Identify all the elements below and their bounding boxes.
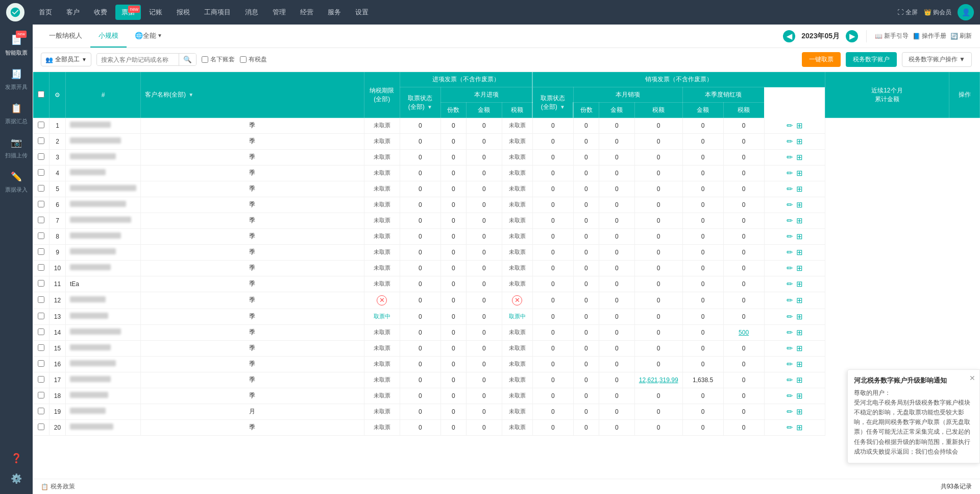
row-checkbox[interactable] — [33, 165, 50, 181]
row-select-checkbox[interactable] — [38, 424, 44, 430]
copy-icon[interactable]: ⊞ — [796, 344, 803, 353]
edit-icon[interactable]: ✏ — [787, 423, 793, 432]
sidebar-item-entry[interactable]: ✏️ 票据录入 — [3, 166, 30, 198]
select-all-checkbox[interactable] — [38, 91, 44, 98]
copy-icon[interactable]: ⊞ — [796, 200, 803, 209]
copy-icon[interactable]: ⊞ — [796, 264, 803, 273]
row-checkbox[interactable] — [33, 133, 50, 149]
copy-icon[interactable]: ⊞ — [796, 296, 803, 305]
edit-icon[interactable]: ✏ — [787, 279, 793, 289]
row-checkbox[interactable] — [33, 149, 50, 165]
manual-link[interactable]: 📘 操作手册 — [913, 32, 946, 40]
status-error-icon[interactable]: ✕ — [377, 295, 387, 305]
sidebar-help-btn[interactable]: ❓ — [7, 449, 26, 467]
sidebar-item-invoice-issue[interactable]: 🧾 发票开具 — [3, 63, 30, 95]
copy-icon[interactable]: ⊞ — [796, 375, 803, 385]
copy-icon[interactable]: ⊞ — [796, 279, 803, 289]
copy-icon[interactable]: ⊞ — [796, 184, 803, 194]
copy-icon[interactable]: ⊞ — [796, 169, 803, 178]
row-select-checkbox[interactable] — [38, 296, 44, 303]
edit-icon[interactable]: ✏ — [787, 344, 793, 353]
row-checkbox[interactable] — [33, 228, 50, 244]
edit-icon[interactable]: ✏ — [787, 232, 793, 241]
copy-icon[interactable]: ⊞ — [796, 248, 803, 257]
row-select-checkbox[interactable] — [38, 360, 44, 367]
sidebar-item-summary[interactable]: 📋 票据汇总 — [3, 97, 30, 129]
app-logo[interactable] — [6, 3, 24, 21]
one-click-fetch-btn[interactable]: 一键取票 — [802, 52, 841, 67]
employee-filter[interactable]: 👥 全部员工 ▼ — [41, 53, 91, 66]
row-checkbox[interactable] — [33, 356, 50, 372]
fullscreen-btn[interactable]: ⛶ 全屏 — [897, 8, 917, 17]
row-checkbox[interactable] — [33, 197, 50, 213]
row-checkbox[interactable] — [33, 118, 50, 134]
nav-business[interactable]: 工商项目 — [198, 5, 237, 20]
edit-icon[interactable]: ✏ — [787, 375, 793, 385]
edit-icon[interactable]: ✏ — [787, 328, 793, 337]
edit-icon[interactable]: ✏ — [787, 216, 793, 225]
nav-message[interactable]: 消息 — [239, 5, 264, 20]
row-checkbox[interactable] — [33, 372, 50, 388]
edit-icon[interactable]: ✏ — [787, 121, 793, 130]
row-select-checkbox[interactable] — [38, 169, 44, 176]
nav-customer[interactable]: 客户 — [60, 5, 86, 20]
policy-link[interactable]: 税务政策 — [51, 482, 75, 491]
taxpad-checkbox[interactable] — [240, 56, 247, 63]
nav-service[interactable]: 服务 — [322, 5, 347, 20]
copy-icon[interactable]: ⊞ — [796, 121, 803, 130]
row-select-checkbox[interactable] — [38, 153, 44, 160]
next-month-btn[interactable]: ▶ — [846, 30, 858, 42]
edit-icon[interactable]: ✏ — [787, 391, 793, 401]
row-select-checkbox[interactable] — [38, 185, 44, 192]
row-checkbox[interactable] — [33, 324, 50, 340]
edit-icon[interactable]: ✏ — [787, 184, 793, 194]
accounts-checkbox[interactable] — [202, 56, 208, 63]
row-select-checkbox[interactable] — [38, 137, 44, 144]
edit-icon[interactable]: ✏ — [787, 360, 793, 369]
row-checkbox[interactable] — [33, 309, 50, 324]
user-avatar[interactable]: 👤 — [958, 4, 974, 20]
status-error-icon[interactable]: ✕ — [512, 295, 522, 305]
nav-bookkeeping[interactable]: 记账 — [143, 5, 168, 20]
row-select-checkbox[interactable] — [38, 392, 44, 398]
nav-settings[interactable]: 设置 — [349, 5, 375, 20]
prev-month-btn[interactable]: ◀ — [783, 30, 795, 42]
nav-tax[interactable]: 报税 — [170, 5, 196, 20]
guide-link[interactable]: 📖 新手引导 — [875, 32, 909, 40]
row-checkbox[interactable] — [33, 244, 50, 260]
copy-icon[interactable]: ⊞ — [796, 153, 803, 162]
sidebar-item-scan-upload[interactable]: 📷 扫描上传 — [3, 131, 30, 163]
edit-icon[interactable]: ✏ — [787, 169, 793, 178]
accounts-filter[interactable]: 名下账套 — [202, 55, 235, 64]
row-select-checkbox[interactable] — [38, 328, 44, 335]
row-select-checkbox[interactable] — [38, 232, 44, 239]
sidebar-item-smart-fetch[interactable]: 📄 智能取票 new — [3, 29, 30, 61]
row-checkbox[interactable] — [33, 260, 50, 276]
edit-icon[interactable]: ✏ — [787, 407, 793, 416]
copy-icon[interactable]: ⊞ — [796, 328, 803, 337]
copy-icon[interactable]: ⊞ — [796, 216, 803, 225]
copy-icon[interactable]: ⊞ — [796, 137, 803, 146]
row-select-checkbox[interactable] — [38, 280, 44, 287]
copy-icon[interactable]: ⊞ — [796, 360, 803, 369]
row-select-checkbox[interactable] — [38, 264, 44, 271]
refresh-link[interactable]: 🔄 刷新 — [950, 32, 972, 40]
search-input[interactable] — [97, 54, 179, 65]
edit-icon[interactable]: ✏ — [787, 264, 793, 273]
nav-home[interactable]: 首页 — [33, 5, 58, 20]
copy-icon[interactable]: ⊞ — [796, 312, 803, 321]
tab-full[interactable]: 🌐 全能 ▼ — [127, 25, 170, 48]
row-checkbox[interactable] — [33, 213, 50, 228]
row-select-checkbox[interactable] — [38, 376, 44, 383]
settings-icon[interactable]: ⚙ — [55, 91, 60, 99]
taxpad-filter[interactable]: 有税盘 — [240, 55, 267, 64]
member-btn[interactable]: 👑 购会员 — [924, 8, 951, 17]
row-checkbox[interactable] — [33, 292, 50, 309]
row-checkbox[interactable] — [33, 388, 50, 404]
row-select-checkbox[interactable] — [38, 408, 44, 414]
copy-icon[interactable]: ⊞ — [796, 232, 803, 241]
digital-account-ops-btn[interactable]: 税务数字账户操作 ▼ — [902, 52, 972, 67]
copy-icon[interactable]: ⊞ — [796, 423, 803, 432]
row-select-checkbox[interactable] — [38, 122, 44, 128]
copy-icon[interactable]: ⊞ — [796, 407, 803, 416]
